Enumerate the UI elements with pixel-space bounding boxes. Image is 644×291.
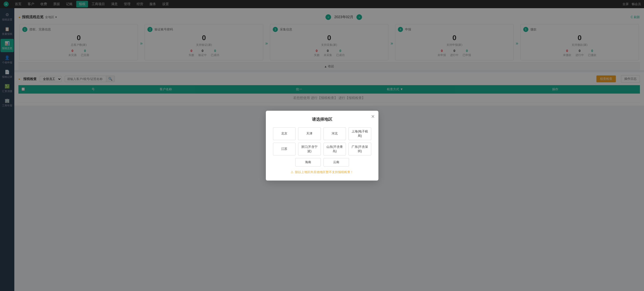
region-btn-tianjin[interactable]: 天津 <box>298 127 321 140</box>
region-btn-yunnan[interactable]: 云南 <box>323 158 349 166</box>
region-btn-beijing[interactable]: 北京 <box>273 127 296 140</box>
modal-warning: ⚠ 除以上地区外其他地区暂不支持报税检查！ <box>273 170 371 174</box>
region-row-2: 江苏 浙江(不含宁波) 山东(不含青岛) 广东(不含深圳) <box>273 143 371 155</box>
region-btn-zhejiang[interactable]: 浙江(不含宁波) <box>298 143 321 155</box>
warning-icon: ⚠ <box>291 170 293 174</box>
region-btn-shandong[interactable]: 山东(不含青岛) <box>323 143 346 155</box>
region-btn-hebei[interactable]: 河北 <box>323 127 346 140</box>
region-btn-jiangsu[interactable]: 江苏 <box>273 143 296 155</box>
modal-title: 请选择地区 <box>273 117 371 122</box>
region-btn-shanghai[interactable]: 上海(电子税局) <box>348 127 371 140</box>
region-row-3: 海南 云南 <box>273 158 371 166</box>
modal-overlay: ✕ 请选择地区 北京 天津 河北 上海(电子税局) 江苏 浙江(不含宁波) 山东… <box>0 0 644 291</box>
region-btn-hainan[interactable]: 海南 <box>295 158 321 166</box>
region-btn-guangdong[interactable]: 广东(不含深圳) <box>348 143 371 155</box>
modal-close-button[interactable]: ✕ <box>371 114 375 119</box>
region-select-modal: ✕ 请选择地区 北京 天津 河北 上海(电子税局) 江苏 浙江(不含宁波) 山东… <box>266 111 378 181</box>
warning-text: 除以上地区外其他地区暂不支持报税检查！ <box>295 170 353 174</box>
region-row-1: 北京 天津 河北 上海(电子税局) <box>273 127 371 140</box>
